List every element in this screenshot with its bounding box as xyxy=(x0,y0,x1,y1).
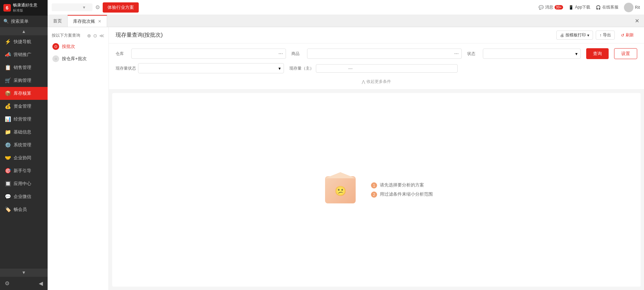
template-print-button[interactable]: 🖨 按模板打印 ▾ xyxy=(556,31,593,40)
sidebar-item-label: 新手引导 xyxy=(14,168,31,174)
page-header: 现存量查询(按批次) 🖨 按模板打印 ▾ ↑ 导出 ↺ 刷新 xyxy=(109,27,644,43)
sidebar-item-label: 营销推广 xyxy=(14,52,31,58)
warehouse-dots[interactable]: ··· xyxy=(278,51,283,57)
settings-plan-icon[interactable]: ⊙ xyxy=(93,33,97,38)
empty-tip-2-text: 用过滤条件来缩小分析范围 xyxy=(380,191,433,197)
product-field: 商品 ··· xyxy=(291,49,462,59)
status-select[interactable]: ▾ xyxy=(483,49,581,59)
inventory-status-label: 现存量状态 xyxy=(116,66,136,71)
guide-icon: 🎯 xyxy=(5,168,11,174)
filter-plan-warehouse-batch[interactable]: ○ 按仓库+批次 xyxy=(48,53,108,65)
experience-button[interactable]: 体验行业方案 xyxy=(103,2,139,13)
tab-inventory-batch-label: 库存批次账 xyxy=(73,18,95,24)
sidebar-scroll-up[interactable]: ▲ xyxy=(0,28,48,35)
inventory-qty-label: 现存量（主） xyxy=(289,66,314,71)
query-button[interactable]: 查询 xyxy=(586,48,609,59)
chevron-down-icon[interactable]: ▾ xyxy=(83,5,85,10)
qty-max-input[interactable] xyxy=(355,66,382,71)
content-area: 按以下方案查询 ⊕ ⊙ ≪ ⊙ 按批次 ○ 按仓库+批次 xyxy=(48,27,644,290)
product-label: 商品 xyxy=(291,51,305,57)
collapse-row[interactable]: ⋀ 收起更多条件 xyxy=(116,77,637,86)
product-input[interactable]: ··· xyxy=(307,49,462,59)
sidebar-item-marketing[interactable]: 📣 营销推广 xyxy=(0,48,48,61)
messages-label: 消息 xyxy=(545,4,553,10)
sidebar-item-apps[interactable]: 🔲 应用中心 xyxy=(0,177,48,190)
filter-panel: 按以下方案查询 ⊕ ⊙ ≪ ⊙ 按批次 ○ 按仓库+批次 xyxy=(48,27,109,290)
topbar-gear-icon[interactable]: ⚙ xyxy=(95,4,100,11)
batch-plan-icon: ⊙ xyxy=(52,43,59,50)
empty-tip-2: 2 用过滤条件来缩小分析范围 xyxy=(371,191,433,198)
sidebar-item-system[interactable]: ⚙️ 系统管理 xyxy=(0,139,48,151)
tab-home[interactable]: 首页 xyxy=(48,15,68,27)
filter-panel-title: 按以下方案查询 xyxy=(52,33,80,38)
operations-icon: 📊 xyxy=(5,116,11,122)
user-area[interactable]: Rit xyxy=(624,3,640,12)
inventory-status-select[interactable]: ▾ xyxy=(138,63,284,73)
product-dots[interactable]: ··· xyxy=(454,51,459,57)
collapse-filter-icon[interactable]: ≪ xyxy=(99,33,104,38)
sidebar-item-operations[interactable]: 📊 经营管理 xyxy=(0,113,48,126)
print-dropdown-icon[interactable]: ▾ xyxy=(587,33,589,38)
search-form: 仓库 ··· 商品 ··· xyxy=(109,43,644,90)
sidebar-item-purchase[interactable]: 🛒 采购管理 xyxy=(0,74,48,87)
basic-icon: 📁 xyxy=(5,129,11,135)
warehouse-batch-plan-icon: ○ xyxy=(52,55,59,62)
warehouse-input[interactable]: ··· xyxy=(131,49,286,59)
filter-plan-batch[interactable]: ⊙ 按批次 xyxy=(48,40,108,53)
sidebar-item-member[interactable]: 🏷️ 畅会员 xyxy=(0,203,48,216)
sidebar-item-label: 采购管理 xyxy=(14,77,31,84)
sidebar-item-sales[interactable]: 📋 销售管理 xyxy=(0,61,48,74)
finance-icon: 💰 xyxy=(5,103,11,109)
messages-item[interactable]: 💬 消息 99+ xyxy=(539,4,563,10)
sidebar-item-basic[interactable]: 📁 基础信息 xyxy=(0,126,48,139)
sidebar-item-finance[interactable]: 💰 资金管理 xyxy=(0,100,48,113)
tab-close-icon[interactable]: ✕ xyxy=(98,19,101,24)
sidebar-scroll-down[interactable]: ▼ xyxy=(0,269,48,276)
sidebar-item-inventory[interactable]: 📦 库存核算 xyxy=(0,87,48,100)
main-area: ▾ ⚙ 体验行业方案 💬 消息 99+ 📱 App下载 🎧 在线客服 Rit xyxy=(48,0,644,290)
app-download-label: App下载 xyxy=(575,4,590,10)
empty-illustration: 😕 xyxy=(320,169,361,210)
settings-button[interactable]: 设置 xyxy=(614,48,637,59)
inventory-qty-field: 现存量（主） — xyxy=(289,64,458,73)
topbar-search-area[interactable]: ▾ xyxy=(52,3,92,11)
tip-num-2: 2 xyxy=(371,192,377,198)
wechat-icon: 💬 xyxy=(5,194,11,200)
add-plan-icon[interactable]: ⊕ xyxy=(87,33,91,38)
sidebar-footer: ⚙ ◀ xyxy=(0,276,48,290)
sidebar-item-shortcut[interactable]: ⚡ 快捷导航 xyxy=(0,35,48,48)
sidebar-item-label: 企业微信 xyxy=(14,194,31,200)
phone-icon: 📱 xyxy=(569,5,574,10)
sidebar-item-label: 应用中心 xyxy=(14,181,31,187)
topbar-search-input[interactable] xyxy=(54,5,82,10)
empty-tip-1-text: 请先选择要分析的方案 xyxy=(380,182,424,188)
sidebar-item-wechat[interactable]: 💬 企业微信 xyxy=(0,190,48,203)
inventory-qty-range: — xyxy=(316,64,458,73)
empty-tips: 1 请先选择要分析的方案 2 用过滤条件来缩小分析范围 xyxy=(371,182,433,198)
sidebar-item-enterprise[interactable]: 🤝 企业协同 xyxy=(0,151,48,164)
refresh-button[interactable]: ↺ 刷新 xyxy=(617,31,637,39)
chevron-up-icon: ⋀ xyxy=(362,79,365,84)
sidebar-search-label: 搜索菜单 xyxy=(11,18,29,24)
filter-panel-actions: ⊕ ⊙ ≪ xyxy=(87,33,104,38)
export-button[interactable]: ↑ 导出 xyxy=(596,31,615,40)
warehouse-label: 仓库 xyxy=(116,51,129,57)
online-service-item[interactable]: 🎧 在线客服 xyxy=(596,4,618,10)
topbar-right: 💬 消息 99+ 📱 App下载 🎧 在线客服 Rit xyxy=(539,3,640,12)
settings-icon[interactable]: ⚙ xyxy=(5,280,10,287)
collapse-sidebar-icon[interactable]: ◀ xyxy=(39,280,43,287)
status-field: 状态 ▾ xyxy=(467,49,581,59)
tab-inventory-batch[interactable]: 库存批次账 ✕ xyxy=(68,15,107,27)
panel-close-button[interactable]: ✕ xyxy=(630,18,644,24)
apps-icon: 🔲 xyxy=(5,181,11,187)
batch-plan-label: 按批次 xyxy=(62,43,75,50)
sidebar-company-info: 畅康通好生意 标准版 xyxy=(13,3,37,13)
qty-min-input[interactable] xyxy=(319,66,346,71)
sidebar-item-guide[interactable]: 🎯 新手引导 xyxy=(0,164,48,177)
sidebar-search[interactable]: 🔍 搜索菜单 xyxy=(0,16,48,28)
sidebar-edition: 标准版 xyxy=(13,8,37,13)
sidebar-item-label: 库存核算 xyxy=(14,90,31,96)
marketing-icon: 📣 xyxy=(5,52,11,58)
app-download-item[interactable]: 📱 App下载 xyxy=(569,4,590,10)
tab-home-label: 首页 xyxy=(53,18,62,24)
